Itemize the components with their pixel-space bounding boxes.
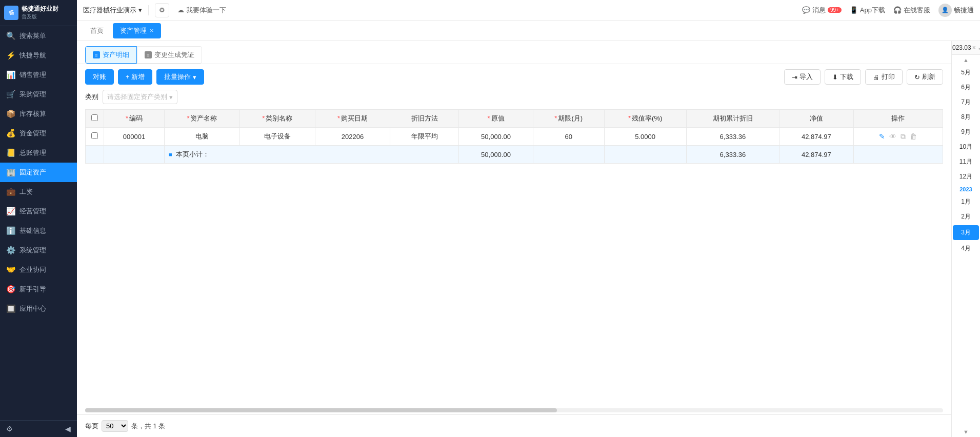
tab-close-icon[interactable]: × bbox=[150, 27, 154, 34]
tabs-bar: 首页 资产管理 × bbox=[77, 21, 980, 41]
calendar-month-7[interactable]: 7月 bbox=[952, 95, 980, 110]
scrollbar-thumb[interactable] bbox=[85, 408, 557, 412]
sidebar-item-guide[interactable]: 🎯 新手引导 bbox=[0, 280, 77, 299]
print-button[interactable]: 🖨 打印 bbox=[865, 69, 903, 85]
import-button[interactable]: ⇥ 导入 bbox=[784, 69, 821, 85]
sub-tab-asset-detail[interactable]: ≡ 资产明细 bbox=[85, 46, 137, 64]
assets-table: *编码 *资产名称 *类别名称 *购买日期 折旧方法 *原值 *期限(月) *残… bbox=[85, 109, 943, 164]
sidebar-item-label: 经营管理 bbox=[19, 207, 46, 216]
sidebar-item-purchase[interactable]: 🛒 采购管理 bbox=[0, 85, 77, 104]
sidebar-item-label: 快捷导航 bbox=[19, 51, 46, 60]
enterprise-icon: 🤝 bbox=[6, 265, 15, 274]
user-area[interactable]: 👤 畅捷通 bbox=[938, 4, 974, 17]
subtotal-empty-code bbox=[104, 146, 165, 164]
app-download-button[interactable]: 📱 App下载 bbox=[850, 6, 885, 15]
sidebar-item-operations[interactable]: 📈 经营管理 bbox=[0, 202, 77, 221]
info-icon: ℹ️ bbox=[6, 226, 15, 235]
collapse-sidebar-icon[interactable]: ◀ bbox=[65, 425, 71, 433]
download-icon: ⬇ bbox=[832, 73, 838, 81]
col-depreciation: 折旧方法 bbox=[390, 110, 459, 128]
calendar-month-5[interactable]: 5月 bbox=[952, 65, 980, 80]
messages-button[interactable]: 💬 消息 99+ bbox=[802, 6, 842, 15]
subtotal-label-cell: ■ 本页小计： bbox=[165, 146, 459, 164]
calendar-up-icon[interactable]: ▲ bbox=[963, 57, 969, 63]
online-service-button[interactable]: 🎧 在线客服 bbox=[893, 6, 930, 15]
row-net-value: 42,874.97 bbox=[779, 128, 854, 146]
tab-asset-mgmt[interactable]: 资产管理 × bbox=[113, 23, 161, 38]
download-button[interactable]: ⬇ 下载 bbox=[825, 69, 861, 85]
payroll-icon: 💼 bbox=[6, 187, 15, 196]
calendar-month-1[interactable]: 1月 bbox=[952, 194, 980, 209]
horizontal-scrollbar[interactable] bbox=[85, 408, 943, 412]
batch-button[interactable]: 批量操作 ▾ bbox=[156, 69, 204, 85]
messages-label: 消息 bbox=[812, 6, 826, 15]
view-row-icon[interactable]: 👁 bbox=[889, 132, 896, 141]
sidebar-item-general-ledger[interactable]: 📒 总账管理 bbox=[0, 143, 77, 163]
calendar-month-2[interactable]: 2月 bbox=[952, 209, 980, 224]
sidebar-item-inventory[interactable]: 📦 库存核算 bbox=[0, 104, 77, 124]
select-all-checkbox[interactable] bbox=[91, 114, 98, 121]
calendar-month-4[interactable]: 4月 bbox=[952, 241, 980, 256]
subtotal-initial-accumulated: 6,333.36 bbox=[686, 146, 779, 164]
row-purchase-date: 202206 bbox=[315, 128, 390, 146]
calendar-expand-button[interactable]: ⤢ bbox=[978, 44, 980, 51]
calendar-close-button[interactable]: × bbox=[972, 44, 976, 51]
per-page-label: 每页 bbox=[85, 422, 98, 431]
calendar-month-6[interactable]: 6月 bbox=[952, 80, 980, 95]
online-service-label: 在线客服 bbox=[904, 6, 930, 15]
row-actions: ✎ 👁 ⧉ 🗑 bbox=[853, 128, 943, 146]
sidebar-item-capital[interactable]: 💰 资金管理 bbox=[0, 124, 77, 143]
topbar-divider bbox=[148, 5, 149, 15]
sidebar-item-sales[interactable]: 📊 销售管理 bbox=[0, 65, 77, 85]
sidebar-item-app-center[interactable]: 🔲 应用中心 bbox=[0, 299, 77, 319]
company-settings-button[interactable]: ⚙ bbox=[155, 3, 169, 17]
refresh-button[interactable]: ↻ 刷新 bbox=[907, 69, 943, 85]
messages-badge: 99+ bbox=[828, 7, 842, 13]
calendar-month-8[interactable]: 8月 bbox=[952, 110, 980, 125]
col-name: *资产名称 bbox=[165, 110, 240, 128]
col-period: *期限(月) bbox=[533, 110, 604, 128]
settings-footer-icon[interactable]: ⚙ bbox=[6, 425, 13, 433]
guide-icon: 🎯 bbox=[6, 285, 15, 294]
sidebar-item-basic-info[interactable]: ℹ️ 基础信息 bbox=[0, 221, 77, 241]
tab-home[interactable]: 首页 bbox=[83, 23, 111, 38]
company-selector[interactable]: 医疗器械行业演示 ▾ bbox=[83, 6, 142, 15]
per-page-select[interactable]: 50 10 20 100 bbox=[102, 420, 128, 432]
category-select[interactable]: 请选择固定资产类别 ▾ bbox=[103, 90, 177, 104]
new-button[interactable]: + 新增 bbox=[118, 69, 152, 85]
col-residual-rate: *残值率(%) bbox=[604, 110, 686, 128]
sidebar-menu: 🔍 搜索菜单 ⚡ 快捷导航 📊 销售管理 🛒 采购管理 📦 库存核算 💰 资金管… bbox=[0, 26, 77, 420]
delete-row-icon[interactable]: 🗑 bbox=[910, 132, 917, 141]
sidebar-item-quick-nav[interactable]: ⚡ 快捷导航 bbox=[0, 46, 77, 65]
reconcile-button[interactable]: 对账 bbox=[85, 69, 114, 85]
calendar-month-11[interactable]: 11月 bbox=[952, 154, 980, 169]
sidebar-item-enterprise[interactable]: 🤝 企业协同 bbox=[0, 260, 77, 280]
new-label: + 新增 bbox=[126, 72, 145, 82]
row-checkbox[interactable] bbox=[91, 132, 98, 139]
sub-tab-change-voucher[interactable]: ≡ 变更生成凭证 bbox=[137, 46, 202, 64]
calendar-month-3[interactable]: 3月 bbox=[953, 225, 979, 240]
user-name: 畅捷通 bbox=[954, 6, 974, 15]
asset-detail-tab-icon: ≡ bbox=[93, 51, 100, 58]
purchase-icon: 🛒 bbox=[6, 90, 15, 99]
calendar-month-10[interactable]: 10月 bbox=[952, 140, 980, 154]
trial-text: 我要体验一下 bbox=[186, 6, 226, 15]
print-icon: 🖨 bbox=[873, 73, 879, 81]
batch-dropdown-icon: ▾ bbox=[193, 73, 196, 81]
sidebar-item-fixed-assets[interactable]: 🏢 固定资产 bbox=[0, 163, 77, 182]
sidebar-item-search[interactable]: 🔍 搜索菜单 bbox=[0, 26, 77, 46]
sidebar-item-system[interactable]: ⚙️ 系统管理 bbox=[0, 241, 77, 260]
subtotal-original-value: 50,000.00 bbox=[459, 146, 533, 164]
calendar-month-12[interactable]: 12月 bbox=[952, 169, 980, 184]
subtotal-empty-action bbox=[853, 146, 943, 164]
edit-row-icon[interactable]: ✎ bbox=[879, 132, 885, 141]
calendar-month-9[interactable]: 9月 bbox=[952, 125, 980, 140]
copy-row-icon[interactable]: ⧉ bbox=[901, 132, 906, 141]
sidebar-item-label: 采购管理 bbox=[19, 90, 46, 99]
category-placeholder: 请选择固定资产类别 bbox=[107, 92, 167, 102]
calendar-down-icon[interactable]: ▼ bbox=[963, 429, 969, 435]
fixed-assets-icon: 🏢 bbox=[6, 168, 15, 177]
sidebar-item-payroll[interactable]: 💼 工资 bbox=[0, 182, 77, 202]
col-code: *编码 bbox=[104, 110, 165, 128]
sidebar-item-label: 销售管理 bbox=[19, 70, 46, 80]
